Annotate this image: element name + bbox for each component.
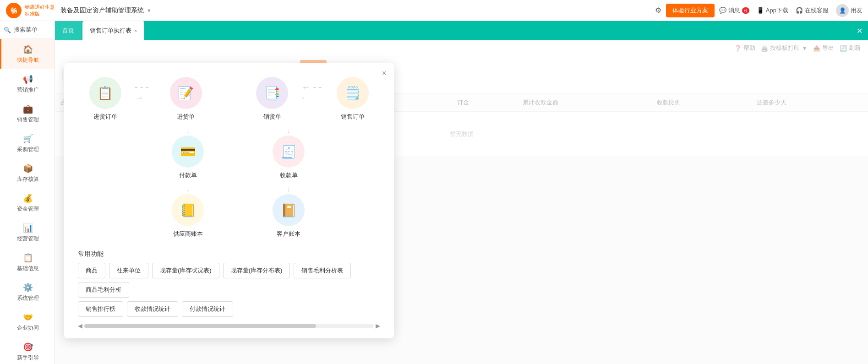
flow-row-1: 📋 进货订单 - - - → 📝 进货单 xyxy=(78,77,380,121)
online-service-button[interactable]: 🎧 在线客服 xyxy=(796,6,829,15)
receipt-icon: 🧾 xyxy=(281,144,297,159)
content-area: 首页 销售订单执行表 × ✕ ❓ 帮助 xyxy=(55,21,868,364)
arrow-down-customer: ↓ xyxy=(257,185,321,193)
close-window-icon[interactable]: ✕ xyxy=(857,27,863,35)
tab-home[interactable]: 首页 xyxy=(55,21,82,40)
sidebar: 🔍 搜索菜单 🏠 快捷导航 📢 营销推广 💼 销售管理 🛒 采购管理 📦 xyxy=(0,21,55,364)
home-icon: 🏠 xyxy=(23,44,33,54)
sidebar-item-finance[interactable]: 💰 资金管理 xyxy=(0,188,55,217)
func-buttons-row2: 销售排行榜 收款情况统计 付款情况统计 xyxy=(78,301,380,317)
scroll-right-icon[interactable]: ▶ xyxy=(376,322,380,329)
common-func-title: 常用功能 xyxy=(78,250,380,258)
tab-sales-order[interactable]: 销售订单执行表 × xyxy=(82,21,144,40)
logo-text: 畅康通好生意 标准版 xyxy=(25,4,55,17)
sale-order-label: 销售订单 xyxy=(341,113,365,121)
sidebar-item-enterprise[interactable]: 🤝 企业协同 xyxy=(0,307,55,337)
arrow-down-supplier: ↓ xyxy=(156,185,220,193)
flow-row-3: 📒 供应商账本 📔 客户账本 xyxy=(78,194,380,238)
arrow-h-2: ← - - - xyxy=(301,82,323,116)
flow-node-customer-ledger[interactable]: 📔 客户账本 xyxy=(257,194,321,238)
system-title-area: 装备及固定资产辅助管理系统 ▼ xyxy=(60,6,650,15)
sale-bill-circle: 📑 xyxy=(256,77,288,109)
modal-close-button[interactable]: × xyxy=(382,69,387,78)
flow-node-sale-order[interactable]: 🗒️ 销售订单 xyxy=(325,77,380,121)
func-btn-receipt-stats[interactable]: 收款情况统计 xyxy=(127,301,178,317)
sidebar-item-sales[interactable]: 💼 销售管理 xyxy=(0,98,55,128)
finance-icon: 💰 xyxy=(23,193,33,203)
newbie-icon: 🎯 xyxy=(23,342,33,352)
sidebar-item-operations[interactable]: 📊 经营管理 xyxy=(0,217,55,247)
func-btn-product-profit[interactable]: 商品毛利分析 xyxy=(78,282,129,298)
sidebar-item-purchase[interactable]: 🛒 采购管理 xyxy=(0,128,55,158)
system-title-text: 装备及固定资产辅助管理系统 xyxy=(60,6,144,15)
marketing-icon: 📢 xyxy=(23,74,33,84)
func-btn-partner[interactable]: 往来单位 xyxy=(109,263,148,278)
receipt-label: 收款单 xyxy=(280,171,298,179)
purchase-bill-icon: 📝 xyxy=(178,86,194,101)
sidebar-item-marketing[interactable]: 📢 营销推广 xyxy=(0,69,55,98)
sidebar-item-newbie[interactable]: 🎯 新手引导 xyxy=(0,337,55,364)
sidebar-item-system[interactable]: ⚙️ 系统管理 xyxy=(0,277,55,307)
supplier-ledger-icon: 📒 xyxy=(180,203,196,218)
purchase-bill-circle: 📝 xyxy=(170,77,202,109)
sidebar-item-inventory[interactable]: 📦 库存核算 xyxy=(0,158,55,188)
app-download-button[interactable]: 📱 App下载 xyxy=(757,6,788,15)
tab-close-icon[interactable]: × xyxy=(134,28,137,33)
arrow-down-row-2: ↓ ↓ xyxy=(78,184,380,194)
system-icon: ⚙️ xyxy=(23,283,33,293)
purchase-order-icon: 📋 xyxy=(97,86,113,101)
purchase-icon: 🛒 xyxy=(23,134,33,144)
func-btn-sales-profit[interactable]: 销售毛利分析表 xyxy=(294,263,351,278)
top-bar: 畅 畅康通好生意 标准版 装备及固定资产辅助管理系统 ▼ ⚙ 体验行业方案 💬 … xyxy=(0,0,868,21)
search-icon: 🔍 xyxy=(4,27,11,33)
purchase-order-circle: 📋 xyxy=(89,77,121,109)
sale-order-circle: 🗒️ xyxy=(337,77,369,109)
sidebar-search[interactable]: 🔍 搜索菜单 xyxy=(0,21,55,39)
flow-node-payment[interactable]: 💳 付款单 xyxy=(156,136,220,179)
message-icon: 💬 xyxy=(719,7,726,14)
payment-icon: 💳 xyxy=(180,144,196,159)
scroll-left-icon[interactable]: ◀ xyxy=(78,322,82,329)
sidebar-item-quick-nav[interactable]: 🏠 快捷导航 xyxy=(0,39,55,69)
payment-circle: 💳 xyxy=(172,136,204,168)
sales-icon: 💼 xyxy=(23,104,33,114)
supplier-ledger-circle: 📒 xyxy=(172,194,204,226)
flow-node-purchase-bill[interactable]: 📝 进货单 xyxy=(158,77,213,121)
arrow-down-payment: ↓ xyxy=(156,126,220,135)
message-badge: 6 xyxy=(742,7,749,14)
flow-node-sale-bill[interactable]: 📑 销货单 xyxy=(245,77,300,121)
page-content: ❓ 帮助 🖨️ 按模板打印 ▼ 📤 导出 � xyxy=(55,40,868,364)
main-area: 🔍 搜索菜单 🏠 快捷导航 📢 营销推广 💼 销售管理 🛒 采购管理 📦 xyxy=(0,21,868,364)
receipt-circle: 🧾 xyxy=(273,136,305,168)
trial-button[interactable]: 体验行业方案 xyxy=(666,4,715,17)
customer-ledger-icon: 📔 xyxy=(281,203,297,218)
flow-node-receipt[interactable]: 🧾 收款单 xyxy=(257,136,321,179)
flow-row-2: 💳 付款单 🧾 收款单 xyxy=(78,136,380,179)
payment-label: 付款单 xyxy=(179,171,197,179)
scrollbar-track[interactable] xyxy=(84,324,374,328)
arrow-down-row: ↓ ↓ xyxy=(78,125,380,136)
sidebar-item-basic-info[interactable]: 📋 基础信息 xyxy=(0,247,55,277)
func-btn-stock-status[interactable]: 现存量(库存状况表) xyxy=(152,263,219,278)
flow-area: 📋 进货订单 - - - → 📝 进货单 xyxy=(78,77,380,243)
message-button[interactable]: 💬 消息 6 xyxy=(719,6,749,15)
operations-icon: 📊 xyxy=(23,223,33,233)
func-btn-payment-stats[interactable]: 付款情况统计 xyxy=(182,301,233,317)
user-menu[interactable]: 👤 用友 xyxy=(836,4,863,17)
arrow-h-1: - - - → xyxy=(135,82,157,116)
func-btn-stock-dist[interactable]: 现存量(库存分布表) xyxy=(223,263,290,278)
modal-scrollbar: ◀ ▶ xyxy=(78,322,380,329)
modal-overlay: × 📋 进货订单 - - - → xyxy=(55,40,868,364)
settings-icon[interactable]: ⚙ xyxy=(655,6,661,15)
flow-node-supplier-ledger[interactable]: 📒 供应商账本 xyxy=(156,194,220,238)
func-buttons-row1: 商品 往来单位 现存量(库存状况表) 现存量(库存分布表) 销售毛利分析表 商品… xyxy=(78,263,380,298)
func-btn-sales-rank[interactable]: 销售排行榜 xyxy=(78,301,123,317)
func-btn-product[interactable]: 商品 xyxy=(78,263,105,278)
modal-box: × 📋 进货订单 - - - → xyxy=(64,63,394,338)
service-icon: 🎧 xyxy=(796,7,803,14)
sale-bill-label: 销货单 xyxy=(263,113,281,121)
system-dropdown-icon[interactable]: ▼ xyxy=(147,8,152,13)
flow-node-purchase-order[interactable]: 📋 进货订单 xyxy=(78,77,133,121)
customer-ledger-circle: 📔 xyxy=(273,194,305,226)
purchase-order-label: 进货订单 xyxy=(93,113,117,121)
